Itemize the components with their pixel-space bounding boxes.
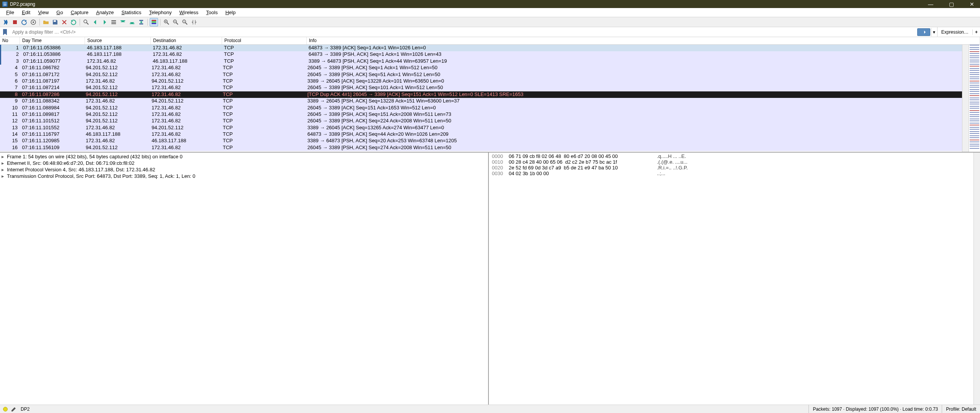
menu-analyze[interactable]: Analyze: [92, 9, 118, 16]
go-back-icon[interactable]: [91, 18, 100, 26]
menu-statistics[interactable]: Statistics: [118, 9, 145, 16]
menu-wireless[interactable]: Wireless: [176, 9, 203, 16]
start-capture-icon[interactable]: [2, 18, 10, 26]
packet-row[interactable]: 11 07:16:11.08981794.201.52.112172.31.46…: [0, 111, 962, 118]
packet-row[interactable]: 6 07:16:11.087197172.31.46.8294.201.52.1…: [0, 78, 962, 85]
expand-caret-icon[interactable]: ▸: [2, 167, 7, 172]
col-proto[interactable]: Protocol: [222, 37, 307, 44]
svg-text:1: 1: [183, 20, 185, 23]
col-source[interactable]: Source: [85, 37, 151, 44]
packet-row[interactable]: 5 07:16:11.08717294.201.52.112172.31.46.…: [0, 72, 962, 78]
packet-row[interactable]: 2 07:16:11.05388646.183.117.188172.31.46…: [0, 51, 962, 58]
packet-row[interactable]: 15 07:16:11.120985172.31.46.8246.183.117…: [0, 138, 962, 144]
reload-file-icon[interactable]: [69, 18, 78, 26]
col-info[interactable]: Info: [307, 37, 980, 44]
svg-line-20: [185, 23, 187, 24]
expand-caret-icon[interactable]: ▸: [2, 154, 7, 159]
expand-caret-icon[interactable]: ▸: [2, 160, 7, 166]
colorize-icon[interactable]: [150, 18, 158, 26]
packet-bytes-pane[interactable]: 000006 71 09 cb f8 02 06 48 80 e6 d7 20 …: [489, 153, 980, 405]
go-last-icon[interactable]: [128, 18, 136, 26]
resize-columns-icon[interactable]: [190, 18, 198, 26]
packet-row[interactable]: 12 07:16:11.10151294.201.52.112172.31.46…: [0, 118, 962, 124]
col-no[interactable]: No: [0, 37, 20, 44]
edit-capture-icon[interactable]: [11, 406, 17, 412]
menu-edit[interactable]: Edit: [18, 9, 34, 16]
tree-item[interactable]: ▸Transmission Control Protocol, Src Port…: [2, 173, 487, 179]
expert-info-icon[interactable]: [3, 407, 8, 411]
packet-row[interactable]: 7 07:16:11.08721494.201.52.112172.31.46.…: [0, 85, 962, 91]
svg-rect-3: [54, 20, 56, 22]
find-packet-icon[interactable]: [82, 18, 90, 26]
svg-line-17: [176, 23, 178, 24]
svg-line-5: [87, 23, 88, 24]
save-file-icon[interactable]: [51, 18, 59, 26]
restart-capture-icon[interactable]: [20, 18, 28, 26]
menu-telephony[interactable]: Telephony: [145, 9, 175, 16]
packet-list[interactable]: 1 07:16:11.05388646.183.117.188172.31.46…: [0, 45, 980, 152]
filter-bar: ▾ Expression… +: [0, 27, 980, 37]
auto-scroll-icon[interactable]: [137, 18, 145, 26]
status-bar: DP2 Packets: 1097 · Displayed: 1097 (100…: [0, 405, 980, 413]
menu-tools[interactable]: Tools: [202, 9, 221, 16]
go-first-icon[interactable]: [119, 18, 127, 26]
svg-rect-0: [13, 20, 17, 24]
status-packets: Packets: 1097 · Displayed: 1097 (100.0%)…: [808, 405, 942, 413]
zoom-in-icon[interactable]: [162, 18, 171, 26]
packet-row[interactable]: 13 07:16:11.101552172.31.46.8294.201.52.…: [0, 125, 962, 131]
capture-options-icon[interactable]: [29, 18, 38, 26]
hex-row[interactable]: 001000 28 c4 28 40 00 65 06 d2 c2 2e b7 …: [492, 159, 977, 165]
packet-row[interactable]: 10 07:16:11.08898494.201.52.112172.31.46…: [0, 105, 962, 111]
tree-item[interactable]: ▸Internet Protocol Version 4, Src: 46.18…: [2, 166, 487, 173]
stop-capture-icon[interactable]: [11, 18, 19, 26]
hex-row[interactable]: 000006 71 09 cb f8 02 06 48 80 e6 d7 20 …: [492, 153, 977, 159]
svg-line-13: [167, 23, 169, 24]
expression-button[interactable]: Expression…: [937, 27, 972, 37]
hex-row[interactable]: 003004 02 3b 1b 00 00 ..;...: [492, 171, 977, 176]
menu-help[interactable]: Help: [222, 9, 240, 16]
packet-row[interactable]: 14 07:16:11.11679746.183.117.188172.31.4…: [0, 131, 962, 138]
filter-history-dropdown[interactable]: ▾: [931, 28, 937, 36]
packet-row[interactable]: 9 07:16:11.088342172.31.46.8294.201.52.1…: [0, 98, 962, 104]
packet-row[interactable]: 3 07:16:11.059077172.31.46.8246.183.117.…: [0, 58, 962, 65]
svg-point-4: [84, 20, 87, 23]
zoom-out-icon[interactable]: [172, 18, 180, 26]
col-dest[interactable]: Destination: [151, 37, 222, 44]
packet-minimap[interactable]: [969, 45, 980, 152]
toolbar: 1: [0, 17, 980, 27]
svg-rect-11: [152, 23, 156, 24]
menu-go[interactable]: Go: [52, 9, 67, 16]
packet-row[interactable]: 4 07:16:11.08678294.201.52.112172.31.46.…: [0, 65, 962, 71]
col-time[interactable]: Day Time: [20, 37, 85, 44]
maximize-button[interactable]: ▢: [946, 1, 957, 7]
add-filter-button[interactable]: +: [972, 29, 980, 35]
packet-row[interactable]: 8 07:16:11.08728694.201.52.112172.31.46.…: [0, 91, 962, 98]
packet-row[interactable]: 1 07:16:11.05388646.183.117.188172.31.46…: [0, 45, 962, 51]
tree-item[interactable]: ▸Ethernet II, Src: 06:48:80:e6:d7:20, Ds…: [2, 160, 487, 166]
menu-view[interactable]: View: [34, 9, 52, 16]
packet-list-header: No Day Time Source Destination Protocol …: [0, 37, 980, 45]
bookmark-icon[interactable]: [1, 28, 9, 36]
titlebar[interactable]: DP2.pcapng — ▢ ✕: [0, 0, 980, 8]
status-profile[interactable]: Profile: Default: [942, 405, 980, 413]
go-forward-icon[interactable]: [100, 18, 109, 26]
close-file-icon[interactable]: [60, 18, 69, 26]
display-filter-input[interactable]: [10, 28, 916, 36]
packet-row[interactable]: 16 07:16:11.15610994.201.52.112172.31.46…: [0, 145, 962, 151]
packet-details-pane[interactable]: ▸Frame 1: 54 bytes on wire (432 bits), 5…: [0, 153, 489, 405]
hex-row[interactable]: 00202e 52 fd 69 0d 3d c7 a9 b5 de 21 e9 …: [492, 165, 977, 171]
go-to-packet-icon[interactable]: [109, 18, 118, 26]
packet-list-scrollbar[interactable]: [962, 45, 969, 152]
svg-point-2: [33, 21, 34, 23]
zoom-reset-icon[interactable]: 1: [181, 18, 189, 26]
minimize-button[interactable]: —: [925, 1, 936, 7]
open-file-icon[interactable]: [42, 18, 50, 26]
apply-filter-button[interactable]: [917, 28, 930, 36]
menu-file[interactable]: File: [2, 9, 18, 16]
hex-scrollbar[interactable]: [973, 153, 980, 405]
expand-caret-icon[interactable]: ▸: [2, 173, 7, 179]
menu-capture[interactable]: Capture: [67, 9, 92, 16]
app-icon: [2, 2, 8, 7]
close-button[interactable]: ✕: [966, 1, 978, 7]
tree-item[interactable]: ▸Frame 1: 54 bytes on wire (432 bits), 5…: [2, 153, 487, 160]
